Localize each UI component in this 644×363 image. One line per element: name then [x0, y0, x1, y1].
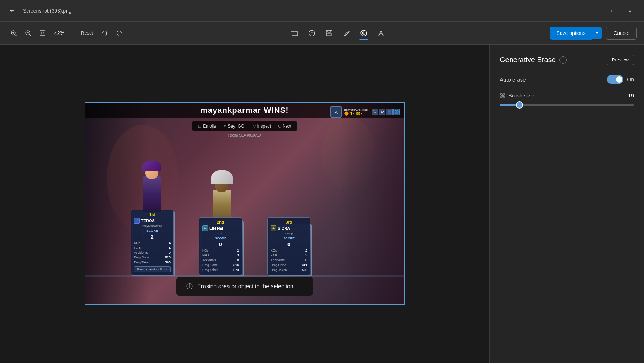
adjust-tool-button[interactable]	[304, 25, 320, 41]
auto-erase-toggle[interactable]	[607, 75, 623, 84]
hud-icon-4: 🌐	[393, 109, 400, 115]
main-area: mayankparmar WINS! ⚔ mayankparmar 🔶 16,8…	[0, 45, 644, 363]
brush-radio-inner	[501, 94, 504, 97]
player-3-header: ◈ SIDRA	[271, 225, 307, 231]
profile-details: mayankparmar 🔶 16,887	[344, 107, 368, 116]
player-1-accidents: Accidents 0	[134, 251, 171, 256]
icon-row: 🛡 ⚙ 👤 🌐	[372, 109, 400, 115]
save-options-button[interactable]: Save options	[550, 27, 592, 40]
player-1-dmgtaken: Dmg Taken 360	[134, 260, 171, 265]
player-3-score-row: 0	[271, 241, 307, 248]
player-2-accidents: Accidents 0	[202, 258, 239, 263]
hud-icon-2: ⚙	[379, 109, 385, 115]
win-text: mayankparmar WINS!	[200, 106, 289, 115]
brush-size-value: 19	[628, 92, 634, 98]
player-3-falls-val: 3	[305, 253, 307, 258]
player-1-name: TEROS	[141, 219, 155, 223]
rank-1: 1st	[134, 212, 171, 217]
bg-glow-2	[321, 118, 375, 189]
reset-button[interactable]: Reset	[77, 27, 97, 40]
toast-icon: ⓘ	[186, 282, 193, 291]
erase-tool-button[interactable]	[356, 25, 372, 41]
maximize-button[interactable]: □	[604, 4, 621, 17]
char-body-2	[213, 190, 231, 220]
brush-radio[interactable]	[500, 93, 505, 98]
player-3-icon: ◈	[271, 225, 276, 231]
emoji-prompt: Press to send an Emoji	[134, 266, 171, 272]
player-3-dmgdone-val: 311	[302, 263, 307, 268]
auto-erase-row: Auto erase On	[500, 75, 634, 84]
panel-title: Generative Erase	[500, 56, 556, 64]
save-tool-button[interactable]	[321, 25, 337, 41]
brush-slider-container	[500, 104, 634, 106]
player-3-dmgtaken-val: 520	[302, 268, 307, 273]
undo-button[interactable]	[98, 27, 111, 40]
player-2-dmgdone-val: 316	[233, 263, 239, 268]
action-inspect: ▽Inspect	[253, 124, 271, 129]
player-2-falls: Falls 3	[202, 253, 239, 258]
action-emojis: ☐Emojis	[198, 124, 216, 129]
slider-thumb[interactable]	[516, 101, 523, 109]
brush-size-label: Brush size	[508, 92, 534, 98]
minimize-button[interactable]: –	[587, 4, 604, 17]
player-1-dmgtaken-val: 360	[165, 260, 171, 265]
save-options-group: Save options ▾	[550, 27, 602, 40]
player-2-header: ☯ LIN FEI	[202, 225, 239, 231]
brush-label-group: Brush size	[500, 92, 534, 98]
player-1-header: ⚔ TEROS	[134, 218, 171, 224]
stamp-tool-button[interactable]	[373, 25, 389, 41]
player-2-dmgtaken-val: 573	[233, 268, 239, 273]
char-body-1	[143, 176, 161, 212]
info-icon[interactable]: i	[559, 56, 567, 64]
slider-track	[500, 104, 634, 106]
character-1	[132, 155, 172, 212]
svg-line-5	[30, 34, 31, 36]
action-bar: ☐Emojis ✕Say: GG! ▽Inspect CNext	[192, 121, 298, 131]
player-1-dmgdone-val: 826	[165, 255, 171, 260]
player-3-acc-val: 0	[305, 258, 307, 263]
action-next: CNext	[278, 124, 291, 129]
hud-icon: 🛡	[372, 109, 378, 115]
svg-rect-15	[327, 33, 331, 36]
player-1-kos-val: 4	[169, 241, 171, 246]
window-controls: – □ ✕	[587, 4, 638, 17]
player-2-acc-val: 0	[237, 258, 239, 263]
right-panel: Generative Erase i Preview Auto erase On…	[489, 45, 644, 363]
auto-erase-state: On	[627, 77, 634, 82]
player-3-dmgtaken: Dmg Taken 520	[271, 268, 307, 273]
player-2-score-title: SCORE	[202, 236, 239, 240]
score-card-3: 3rd ◈ SIDRA Layop SCORE 0 KOs 2	[267, 217, 310, 275]
player-3-kos-val: 2	[305, 248, 307, 253]
player-1-score-title: SCORE	[134, 229, 171, 233]
redo-button[interactable]	[113, 27, 126, 40]
player-1-falls-val: 1	[169, 245, 171, 251]
player-1-falls: Falls 1	[134, 245, 171, 251]
brush-size-row: Brush size 19	[500, 92, 634, 98]
game-image: mayankparmar WINS! ⚔ mayankparmar 🔶 16,8…	[85, 103, 404, 304]
player-1-dmgdone: Dmg Done 826	[134, 255, 171, 260]
player-2-score: 0	[219, 241, 222, 248]
crop-tool-button[interactable]	[287, 25, 303, 41]
preview-button[interactable]: Preview	[607, 55, 634, 65]
auto-erase-label: Auto erase	[500, 77, 526, 83]
player-1-icon: ⚔	[134, 218, 140, 224]
zoom-in-button[interactable]	[7, 27, 20, 40]
player-2-name: LIN FEI	[209, 226, 223, 230]
char-hair-1	[142, 160, 161, 171]
zoom-out-button[interactable]	[22, 27, 35, 40]
tool-group	[127, 25, 548, 41]
canvas-area: mayankparmar WINS! ⚔ mayankparmar 🔶 16,8…	[0, 45, 489, 363]
toolbar-divider-1	[73, 28, 73, 38]
close-button[interactable]: ✕	[622, 4, 638, 17]
toast-text: Erasing area or object in the selection.…	[197, 283, 298, 290]
draw-tool-button[interactable]	[339, 25, 354, 41]
profile-area: ⚔ mayankparmar 🔶 16,887 🛡 ⚙ 👤 🌐	[330, 106, 400, 118]
player-3-dmgdone: Dmg Done 311	[271, 263, 307, 268]
player-2-dmgdone: Dmg Done 316	[202, 263, 239, 268]
svg-point-19	[363, 32, 364, 33]
cancel-button[interactable]: Cancel	[606, 27, 637, 40]
rank-2: 2nd	[202, 220, 239, 224]
save-options-dropdown[interactable]: ▾	[592, 27, 602, 39]
fit-window-button[interactable]: 1:1	[36, 27, 49, 40]
back-button[interactable]: ←	[6, 4, 19, 17]
